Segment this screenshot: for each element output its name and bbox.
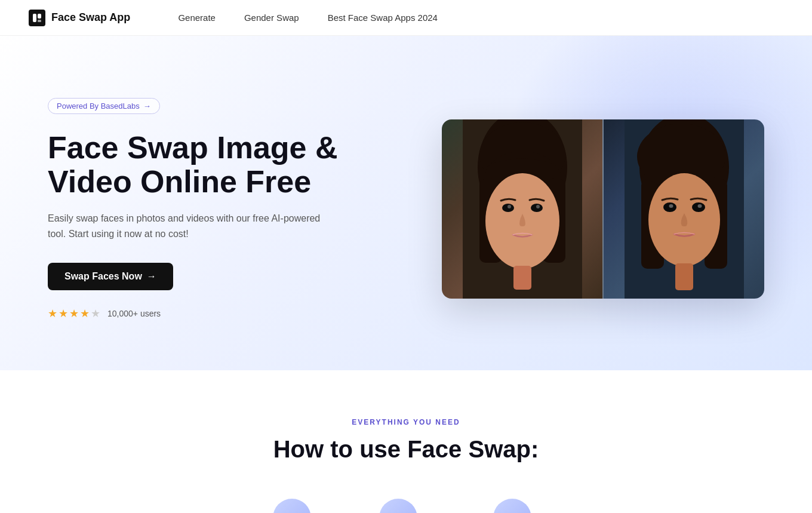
cta-arrow: → bbox=[147, 271, 156, 282]
how-to-section: EVERYTHING YOU NEED How to use Face Swap… bbox=[0, 370, 812, 513]
svg-point-23 bbox=[697, 204, 702, 208]
step-3-circle: 3. bbox=[493, 499, 531, 513]
hero-title: Face Swap Image & Video Online Free bbox=[48, 131, 382, 199]
powered-badge-text: Powered By BasedLabs bbox=[57, 102, 140, 110]
hero-content: Powered By BasedLabs → Face Swap Image &… bbox=[48, 98, 382, 321]
swapped-face-panel bbox=[602, 119, 764, 299]
powered-badge[interactable]: Powered By BasedLabs → bbox=[48, 98, 160, 114]
navigation: Face Swap App Generate Gender Swap Best … bbox=[0, 0, 812, 36]
step-2-circle: 2. bbox=[379, 499, 417, 513]
steps-row: 1. Upload Photo 2. Swap Faces 3. Downloa… bbox=[29, 499, 783, 513]
logo-icon bbox=[29, 10, 45, 26]
svg-rect-1 bbox=[38, 14, 41, 19]
hero-image bbox=[382, 119, 764, 299]
original-face-panel bbox=[442, 119, 602, 299]
star-2: ★ bbox=[59, 307, 68, 320]
cta-label: Swap Faces Now bbox=[64, 271, 142, 282]
star-1: ★ bbox=[48, 307, 57, 320]
svg-rect-13 bbox=[513, 266, 531, 290]
logo-link[interactable]: Face Swap App bbox=[29, 10, 130, 26]
svg-rect-24 bbox=[675, 263, 693, 290]
hero-section: Powered By BasedLabs → Face Swap Image &… bbox=[0, 36, 812, 370]
svg-point-22 bbox=[669, 204, 673, 208]
nav-links: Generate Gender Swap Best Face Swap Apps… bbox=[178, 13, 438, 23]
star-3: ★ bbox=[69, 307, 79, 320]
face-swap-preview bbox=[442, 119, 764, 299]
step-1-circle: 1. bbox=[273, 499, 311, 513]
star-4: ★ bbox=[80, 307, 90, 320]
svg-point-11 bbox=[508, 205, 511, 208]
hero-social-proof: ★ ★ ★ ★ ★ 10,000+ users bbox=[48, 307, 382, 320]
hero-subtitle: Easily swap faces in photos and videos w… bbox=[48, 211, 334, 241]
svg-point-12 bbox=[536, 205, 540, 208]
users-count: 10,000+ users bbox=[107, 309, 161, 318]
section-title: How to use Face Swap: bbox=[29, 436, 783, 463]
nav-link-generate[interactable]: Generate bbox=[178, 13, 216, 23]
swap-faces-button[interactable]: Swap Faces Now → bbox=[48, 263, 173, 290]
step-1: 1. Upload Photo bbox=[261, 499, 323, 513]
nav-link-gender-swap[interactable]: Gender Swap bbox=[244, 13, 299, 23]
step-2: 2. Swap Faces bbox=[371, 499, 426, 513]
nav-link-best-apps[interactable]: Best Face Swap Apps 2024 bbox=[328, 13, 438, 23]
svg-rect-0 bbox=[33, 14, 36, 22]
powered-badge-arrow: → bbox=[143, 102, 151, 110]
star-5: ★ bbox=[91, 307, 100, 320]
logo-text: Face Swap App bbox=[51, 11, 130, 24]
section-eyebrow: EVERYTHING YOU NEED bbox=[29, 418, 783, 426]
step-3: 3. Download Result bbox=[473, 499, 551, 513]
star-rating: ★ ★ ★ ★ ★ bbox=[48, 307, 100, 320]
svg-rect-2 bbox=[38, 20, 41, 22]
